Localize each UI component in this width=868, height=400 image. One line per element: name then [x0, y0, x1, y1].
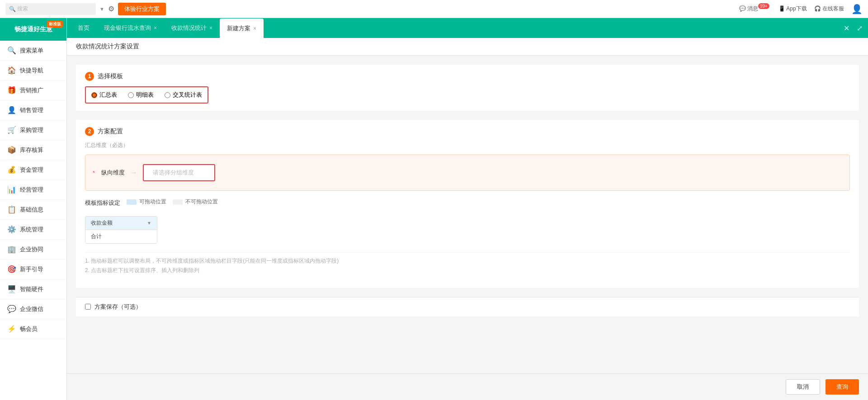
operations-icon: 📊: [7, 185, 16, 194]
save-label: 方案保存（可选）: [94, 303, 142, 311]
trial-button[interactable]: 体验行业方案: [118, 3, 166, 15]
sidebar-item-sales[interactable]: 👤 销售管理: [0, 100, 66, 120]
metrics-table-header[interactable]: 收款金额 ▼: [85, 216, 157, 230]
save-checkbox[interactable]: [85, 304, 91, 310]
sidebar-item-system[interactable]: ⚙️ 系统管理: [0, 220, 66, 240]
tab-home[interactable]: 首页: [71, 18, 97, 38]
step2-title: 2 方案配置: [85, 127, 850, 136]
guide-icon: 🎯: [7, 265, 16, 273]
sidebar-item-label: 经营管理: [20, 186, 43, 194]
sidebar-item-inventory[interactable]: 📦 库存核算: [0, 140, 66, 160]
tab-cashflow-label: 现金银行流水查询: [104, 24, 151, 32]
tab-bar: 首页 现金银行流水查询 × 收款情况统计 × 新建方案 × ✕ ⤢: [67, 18, 868, 38]
tips-box: 1. 拖动标题栏可以调整布局，不可跨维度或指标区域拖动栏目字段(只能在同一维度或…: [85, 252, 850, 281]
page-area: 收款情况统计方案设置 1 选择模板 汇总表: [67, 38, 868, 400]
template-radio-group: 汇总表 明细表 交叉统计表: [85, 86, 208, 104]
user-avatar[interactable]: 👤: [851, 4, 863, 14]
sidebar-item-label: 库存核算: [20, 146, 43, 154]
legend-fixed-label: 不可拖动位置: [185, 198, 218, 206]
tab-receipt-stats-close[interactable]: ×: [209, 25, 212, 31]
step2-badge: 2: [85, 127, 94, 136]
tab-new-plan-close[interactable]: ×: [253, 25, 256, 32]
hardware-icon: 🖥️: [7, 285, 16, 293]
system-icon: ⚙️: [7, 225, 16, 234]
dimension-select[interactable]: 请选择分组维度: [143, 164, 215, 181]
tab-receipt-stats-label: 收款情况统计: [171, 24, 207, 32]
sidebar-logo: 畅捷通好生意 标准版: [0, 18, 66, 41]
query-button[interactable]: 查询: [826, 379, 859, 395]
metrics-header: 模板指标设定 可拖动位置 不可拖动位置: [85, 198, 850, 207]
radio-summary-input[interactable]: [91, 92, 97, 98]
step1-title: 1 选择模板: [85, 72, 850, 81]
step1-label: 选择模板: [98, 72, 123, 80]
download-item[interactable]: 📱 App下载: [778, 5, 807, 13]
app-layout: 畅捷通好生意 标准版 🔍 搜索菜单 🏠 快捷导航 🎁 营销推广 👤 销售管理 🛒…: [0, 18, 868, 400]
sidebar-item-label: 营销推广: [20, 86, 43, 94]
cancel-button[interactable]: 取消: [786, 379, 820, 395]
tab-new-plan[interactable]: 新建方案 ×: [220, 19, 264, 38]
sidebar-item-quick-nav[interactable]: 🏠 快捷导航: [0, 61, 66, 80]
sidebar-item-purchase[interactable]: 🛒 采购管理: [0, 120, 66, 140]
tab-receipt-stats[interactable]: 收款情况统计 ×: [164, 18, 220, 38]
sidebar-item-label: 畅会员: [20, 325, 38, 333]
messages-item[interactable]: 💬 消息 99+: [739, 5, 771, 13]
tip1: 1. 拖动标题栏可以调整布局，不可跨维度或指标区域拖动栏目字段(只能在同一维度或…: [85, 257, 850, 265]
legend-draggable-color: [127, 199, 137, 205]
enterprise-icon: 🏢: [7, 245, 16, 254]
page-title: 收款情况统计方案设置: [76, 42, 139, 50]
dimension-placeholder: 请选择分组维度: [153, 169, 194, 176]
required-star: *: [93, 169, 95, 176]
radio-detail-label: 明细表: [136, 91, 154, 99]
metrics-col-dropdown-icon[interactable]: ▼: [147, 221, 151, 226]
sidebar-item-marketing[interactable]: 🎁 营销推广: [0, 80, 66, 100]
sidebar-item-wechat[interactable]: 💬 企业微信: [0, 299, 66, 319]
sidebar-item-label: 搜索菜单: [20, 47, 43, 55]
sidebar-item-search[interactable]: 🔍 搜索菜单: [0, 41, 66, 61]
step1-badge: 1: [85, 72, 94, 81]
legend-draggable-label: 可拖动位置: [139, 198, 166, 206]
footer-bar: 取消 查询: [67, 373, 868, 400]
sidebar-item-label: 企业微信: [20, 305, 43, 313]
radio-cross-label: 交叉统计表: [173, 91, 202, 99]
sidebar-item-enterprise[interactable]: 🏢 企业协同: [0, 240, 66, 259]
arrow-right-icon: →: [130, 169, 137, 177]
legend-fixed-color: [173, 199, 183, 205]
sidebar-item-member[interactable]: ⚡ 畅会员: [0, 319, 66, 339]
step2-section: 2 方案配置 汇总维度（必选） * 纵向维度 → 请选择分组维度: [76, 120, 859, 288]
sidebar-item-guide[interactable]: 🎯 新手引导: [0, 259, 66, 279]
radio-cross-input[interactable]: [165, 92, 170, 98]
radio-cross[interactable]: 交叉统计表: [165, 91, 202, 99]
sidebar-item-label: 资金管理: [20, 166, 43, 174]
sidebar-item-operations[interactable]: 📊 经营管理: [0, 180, 66, 200]
tab-cashflow[interactable]: 现金银行流水查询 ×: [97, 18, 164, 38]
tab-maximize-icon[interactable]: ⤢: [855, 22, 864, 34]
sidebar-item-capital[interactable]: 💰 资金管理: [0, 160, 66, 180]
marketing-icon: 🎁: [7, 86, 16, 94]
radio-detail-input[interactable]: [128, 92, 134, 98]
sidebar-item-label: 采购管理: [20, 126, 43, 134]
service-item[interactable]: 🎧 在线客服: [814, 5, 844, 13]
tab-cashflow-close[interactable]: ×: [154, 25, 157, 31]
page-header: 收款情况统计方案设置: [67, 38, 868, 56]
capital-icon: 💰: [7, 165, 16, 174]
step1-section: 1 选择模板 汇总表 明细表: [76, 65, 859, 111]
radio-summary[interactable]: 汇总表: [91, 91, 117, 99]
radio-detail[interactable]: 明细表: [128, 91, 154, 99]
tab-new-plan-label: 新建方案: [227, 24, 250, 33]
search-menu-icon: 🔍: [7, 46, 16, 55]
sidebar: 畅捷通好生意 标准版 🔍 搜索菜单 🏠 快捷导航 🎁 营销推广 👤 销售管理 🛒…: [0, 18, 67, 400]
main-content: 首页 现金银行流水查询 × 收款情况统计 × 新建方案 × ✕ ⤢ 收: [67, 18, 868, 400]
tab-close-all-icon[interactable]: ✕: [842, 22, 851, 34]
top-search-box[interactable]: 🔍 搜索: [5, 3, 96, 15]
search-placeholder: 搜索: [17, 5, 28, 13]
sidebar-item-hardware[interactable]: 🖥️ 智能硬件: [0, 279, 66, 299]
top-bar-left: 🔍 搜索 ▼ ⚙ 体验行业方案: [5, 3, 736, 15]
settings-icon[interactable]: ⚙: [108, 5, 114, 13]
sidebar-item-basic-info[interactable]: 📋 基础信息: [0, 200, 66, 220]
sidebar-item-label: 新手引导: [20, 265, 43, 273]
quick-nav-icon: 🏠: [7, 66, 16, 75]
search-icon: 🔍: [9, 6, 16, 12]
search-dropdown-icon[interactable]: ▼: [99, 6, 104, 12]
radio-summary-label: 汇总表: [99, 91, 117, 99]
sidebar-item-label: 智能硬件: [20, 285, 43, 293]
